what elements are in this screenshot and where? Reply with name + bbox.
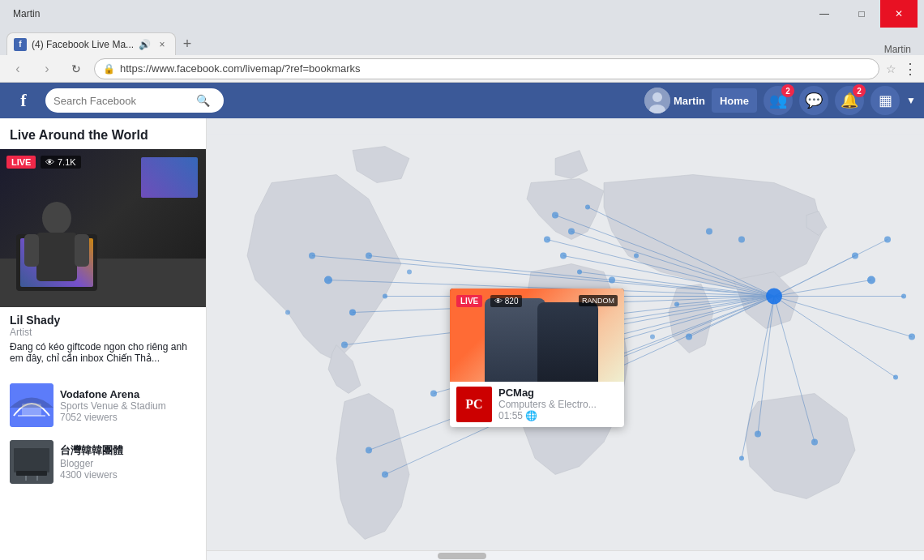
- tab-title: (4) Facebook Live Ma...: [32, 39, 134, 50]
- home-button[interactable]: Home: [712, 88, 757, 113]
- map-area: LIVE 👁 820 RANDOM PC PCMag Computers & E…: [207, 118, 924, 560]
- svg-point-70: [366, 447, 372, 454]
- eye-icon: 👁: [45, 157, 54, 167]
- globe-icon: 🌐: [525, 410, 537, 421]
- svg-point-64: [852, 253, 858, 259]
- facebook-logo[interactable]: f: [8, 85, 39, 116]
- sidebar: Live Around the World LIVE: [0, 118, 207, 560]
- url-text: https://www.facebook.com/livemap/?ref=bo…: [120, 62, 871, 75]
- featured-thumbnail: LIVE 👁 7.1K: [0, 149, 206, 307]
- facebook-search-bar[interactable]: 🔍: [45, 88, 224, 113]
- svg-point-60: [560, 253, 567, 259]
- facebook-nav-right: Martin Home 👥 2 💬 🔔 2 ▦ ▼: [644, 86, 916, 115]
- featured-description: Đang có kéo giftcode ngon cho riêng anh …: [10, 341, 196, 364]
- dropdown-arrow-icon[interactable]: ▼: [906, 95, 916, 106]
- address-bar: ‹ › ↻ 🔒 https://www.facebook.com/livemap…: [0, 55, 924, 83]
- svg-point-1: [652, 92, 662, 102]
- notifications-badge: 2: [853, 84, 866, 97]
- facebook-username: Martin: [674, 95, 705, 107]
- taiwan-thumbnail: [10, 440, 53, 484]
- svg-point-59: [585, 205, 590, 210]
- svg-rect-6: [75, 234, 89, 267]
- featured-item-info: Lil Shady Artist Đang có kéo giftcode ng…: [0, 307, 206, 370]
- svg-point-66: [884, 237, 891, 243]
- svg-point-53: [341, 342, 348, 348]
- svg-point-61: [577, 270, 582, 275]
- popup-card[interactable]: LIVE 👁 820 RANDOM PC PCMag Computers & E…: [450, 289, 624, 427]
- svg-point-46: [766, 289, 782, 305]
- svg-point-69: [893, 375, 898, 380]
- forward-button[interactable]: ›: [36, 58, 58, 80]
- popup-duration: 01:55: [498, 410, 523, 421]
- svg-point-74: [674, 302, 679, 307]
- svg-point-52: [383, 294, 387, 299]
- popup-details: PCMag Computers & Electro... 01:55 🌐: [498, 387, 618, 421]
- friends-badge: 2: [781, 84, 794, 97]
- svg-point-56: [552, 212, 558, 219]
- list-item-category: Blogger: [60, 458, 123, 469]
- svg-point-80: [738, 237, 745, 243]
- svg-point-73: [686, 334, 692, 340]
- tab-audio-icon: 🔊: [139, 39, 151, 50]
- avatar: [644, 88, 670, 113]
- arena-image: [10, 383, 53, 427]
- list-item-name: 台灣韓韓團體: [60, 443, 123, 458]
- svg-point-79: [706, 229, 712, 235]
- svg-point-58: [544, 237, 550, 243]
- active-tab[interactable]: f (4) Facebook Live Ma... 🔊 ×: [6, 32, 176, 55]
- popup-live-badge: LIVE: [456, 295, 482, 307]
- bookmark-star-icon[interactable]: ☆: [886, 62, 896, 75]
- random-label: RANDOM: [579, 295, 618, 306]
- live-badge: LIVE: [6, 156, 36, 169]
- popup-name: PCMag: [498, 387, 618, 399]
- popup-viewer-count: 👁 820: [490, 295, 522, 307]
- featured-live-item[interactable]: LIVE 👁 7.1K Lil Shady Artist Đang có kéo…: [0, 149, 206, 370]
- svg-point-67: [901, 294, 906, 299]
- featured-name: Lil Shady: [10, 314, 196, 327]
- notifications-icon-button[interactable]: 🔔 2: [835, 86, 864, 115]
- friends-icon-button[interactable]: 👥 2: [764, 86, 793, 115]
- svg-point-85: [650, 335, 655, 340]
- taiwan-image: [10, 440, 53, 484]
- list-item[interactable]: Vodafone Arena Sports Venue & Stadium 70…: [0, 377, 206, 434]
- back-button[interactable]: ‹: [6, 58, 29, 80]
- browser-user-label: Martin: [878, 44, 918, 55]
- chrome-menu-icon[interactable]: ⋮: [903, 60, 918, 78]
- viewer-count: 7.1K: [58, 157, 76, 167]
- refresh-button[interactable]: ↻: [65, 58, 88, 80]
- sidebar-title: Live Around the World: [0, 118, 206, 149]
- scrollbar-thumb[interactable]: [438, 553, 486, 559]
- svg-point-78: [634, 254, 639, 259]
- svg-point-51: [309, 253, 315, 259]
- title-bar: Martin — □ ✕: [0, 0, 924, 28]
- browser-user: Martin: [6, 8, 46, 19]
- list-item-viewers: 4300 viewers: [60, 469, 123, 481]
- svg-point-83: [285, 310, 290, 315]
- popup-time: 01:55 🌐: [498, 410, 618, 421]
- tab-close-button[interactable]: ×: [156, 38, 169, 51]
- search-input[interactable]: [53, 95, 191, 107]
- popup-info: PC PCMag Computers & Electro... 01:55 🌐: [450, 382, 624, 427]
- settings-icon-button[interactable]: ▦: [871, 86, 900, 115]
- svg-rect-5: [24, 234, 39, 267]
- svg-point-72: [811, 439, 818, 446]
- svg-point-76: [430, 391, 437, 397]
- eye-icon-popup: 👁: [494, 297, 503, 306]
- user-menu[interactable]: Martin: [644, 88, 705, 113]
- svg-point-82: [739, 456, 744, 461]
- new-tab-button[interactable]: +: [176, 32, 199, 55]
- svg-point-48: [324, 276, 332, 284]
- grid-icon: ▦: [879, 92, 892, 109]
- messages-icon-button[interactable]: 💬: [799, 86, 828, 115]
- maximize-button[interactable]: □: [843, 0, 880, 28]
- svg-point-57: [568, 229, 575, 235]
- close-button[interactable]: ✕: [880, 0, 918, 28]
- url-bar[interactable]: 🔒 https://www.facebook.com/livemap/?ref=…: [94, 58, 879, 79]
- person-silhouette: [24, 202, 89, 283]
- list-item-category: Sports Venue & Stadium: [60, 400, 166, 412]
- messages-icon: 💬: [805, 92, 823, 109]
- list-item[interactable]: 台灣韓韓團體 Blogger 4300 viewers: [0, 434, 206, 490]
- list-item-details: Vodafone Arena Sports Venue & Stadium 70…: [60, 388, 166, 423]
- minimize-button[interactable]: —: [806, 0, 843, 28]
- svg-point-65: [867, 276, 875, 284]
